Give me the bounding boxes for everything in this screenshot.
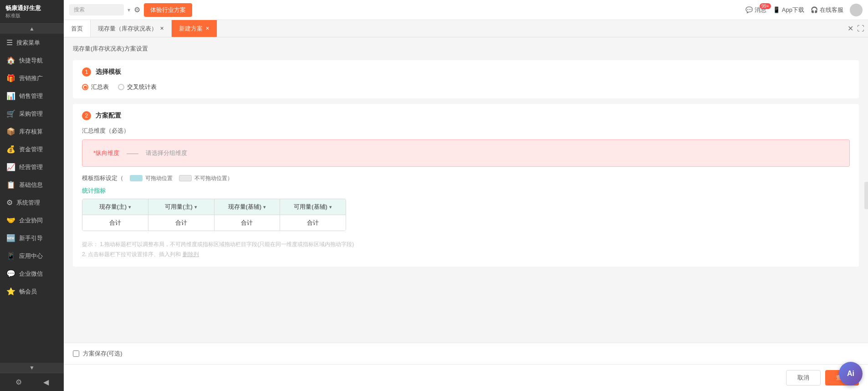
tab-home[interactable]: 首页 bbox=[64, 20, 91, 37]
stats-col-2-chevron[interactable]: ▾ bbox=[263, 204, 266, 210]
sidebar-bottom: ⚙ ◀ bbox=[0, 373, 64, 391]
draggable-legend-box bbox=[130, 175, 143, 181]
trial-btn[interactable]: 体验行业方案 bbox=[144, 3, 192, 17]
stats-col-2-header[interactable]: 现存量(基辅) ▾ bbox=[214, 199, 280, 215]
stats-table: 现存量(主) ▾ 合计 可用量(主) ▾ 合计 bbox=[82, 199, 346, 231]
sidebar-item-quick-nav[interactable]: 🏠 快捷导航 bbox=[0, 51, 64, 69]
sidebar-item-label: 营销推广 bbox=[19, 74, 43, 82]
radio-cross-circle bbox=[118, 84, 124, 90]
tip2-link[interactable]: 删除列 bbox=[183, 251, 199, 257]
collapse-icon[interactable]: ◀ bbox=[43, 378, 49, 386]
stats-col-1-body: 合计 bbox=[148, 215, 214, 231]
stats-col-3-header[interactable]: 可用量(基辅) ▾ bbox=[280, 199, 346, 215]
plan-save-label: 方案保存(可选) bbox=[83, 350, 123, 358]
sidebar-scroll-up[interactable]: ▲ bbox=[0, 24, 64, 34]
expand-window-icon[interactable]: ⛶ bbox=[857, 25, 864, 33]
step2-title: 方案配置 bbox=[96, 112, 121, 120]
step1-title: 选择模板 bbox=[96, 68, 121, 76]
sidebar-item-member[interactable]: ⭐ 畅会员 bbox=[0, 283, 64, 300]
service-icon: 🎧 bbox=[811, 6, 818, 13]
tab-new-plan-label: 新建方案 bbox=[179, 25, 203, 33]
sidebar-item-app-center[interactable]: 📱 应用中心 bbox=[0, 247, 64, 265]
sidebar-item-label: 库存核算 bbox=[19, 128, 43, 136]
sidebar-item-new-guide[interactable]: 🆕 新手引导 bbox=[0, 229, 64, 247]
gear-icon[interactable]: ⚙ bbox=[134, 5, 140, 14]
right-edge-handle[interactable] bbox=[864, 182, 868, 209]
sidebar-item-label: 快捷导航 bbox=[19, 57, 43, 65]
sidebar-item-search-menu[interactable]: ☰ 搜索菜单 bbox=[0, 34, 64, 51]
tab-new-plan-close[interactable]: ✕ bbox=[205, 26, 209, 31]
stats-col-2-body: 合计 bbox=[214, 215, 280, 231]
sidebar-item-label: 资金管理 bbox=[19, 145, 43, 154]
tab-new-plan[interactable]: 新建方案 ✕ bbox=[172, 20, 217, 37]
online-service-btn[interactable]: 🎧 在线客服 bbox=[811, 6, 843, 14]
ai-fab-button[interactable]: Ai bbox=[839, 362, 863, 386]
radio-cross[interactable]: 交叉统计表 bbox=[118, 83, 157, 91]
stats-table-header: 现存量(主) ▾ 合计 可用量(主) ▾ 合计 bbox=[82, 199, 346, 231]
stats-col-0-chevron[interactable]: ▾ bbox=[128, 204, 131, 210]
legend-draggable: 可拖动位置 bbox=[130, 175, 173, 182]
stats-col-1-header[interactable]: 可用量(主) ▾ bbox=[148, 199, 214, 215]
radio-summary-label: 汇总表 bbox=[91, 83, 109, 91]
footer-section: 方案保存(可选) bbox=[64, 343, 868, 364]
quick-nav-icon: 🏠 bbox=[6, 56, 15, 65]
legend-non-draggable-label: 不可拖动位置） bbox=[194, 175, 233, 182]
sidebar-logo: 畅康通好生意 标准版 bbox=[0, 0, 64, 24]
sidebar-item-enterprise[interactable]: 🤝 企业协同 bbox=[0, 211, 64, 229]
stats-col-2-header-label: 现存量(基辅) bbox=[228, 203, 262, 211]
message-badge: 99+ bbox=[760, 3, 771, 9]
main-area: 搜索 ▾ ⚙ 体验行业方案 💬 消息 99+ 📱 App下载 🎧 在线客服 首页 bbox=[64, 0, 868, 391]
sidebar-item-operations[interactable]: 📈 经营管理 bbox=[0, 158, 64, 176]
sidebar-item-label: 搜索菜单 bbox=[16, 39, 40, 47]
plan-save-checkbox[interactable] bbox=[73, 350, 79, 357]
topbar-search[interactable]: 搜索 bbox=[69, 4, 124, 15]
radio-summary[interactable]: 汇总表 bbox=[82, 83, 109, 91]
sales-icon: 📊 bbox=[6, 92, 15, 100]
stats-col-0-header[interactable]: 现存量(主) ▾ bbox=[82, 199, 148, 215]
cancel-button[interactable]: 取消 bbox=[786, 370, 821, 386]
tab-inventory-status-label: 现存量（库存状况表） bbox=[98, 25, 157, 33]
non-draggable-legend-box bbox=[179, 175, 192, 181]
avatar[interactable] bbox=[850, 4, 863, 16]
stats-col-3-header-label: 可用量(基辅) bbox=[294, 203, 327, 211]
sidebar-scroll-down[interactable]: ▼ bbox=[0, 363, 64, 373]
app-download-btn[interactable]: 📱 App下载 bbox=[773, 6, 804, 14]
tab-home-label: 首页 bbox=[71, 25, 83, 33]
sidebar-item-inventory[interactable]: 📦 库存核算 bbox=[0, 123, 64, 140]
sidebar-item-enterprise-wechat[interactable]: 💬 企业微信 bbox=[0, 265, 64, 283]
stats-col-1-chevron[interactable]: ▾ bbox=[194, 204, 197, 210]
sidebar-item-sales[interactable]: 📊 销售管理 bbox=[0, 87, 64, 105]
close-window-icon[interactable]: ✕ bbox=[848, 24, 853, 33]
legend-draggable-label: 可拖动位置 bbox=[145, 175, 173, 182]
purchase-icon: 🛒 bbox=[6, 109, 15, 118]
tabbar-actions: ✕ ⛶ bbox=[848, 24, 868, 33]
stats-col-3: 可用量(基辅) ▾ 合计 bbox=[280, 199, 346, 231]
app-center-icon: 📱 bbox=[6, 252, 15, 260]
chevron-down-icon[interactable]: ▾ bbox=[128, 7, 130, 13]
message-btn[interactable]: 💬 消息 99+ bbox=[745, 6, 766, 14]
basic-info-icon: 📋 bbox=[6, 180, 15, 189]
enterprise-wechat-icon: 💬 bbox=[6, 269, 15, 278]
stats-col-3-chevron[interactable]: ▾ bbox=[329, 204, 332, 210]
sidebar-item-label: 采购管理 bbox=[19, 110, 43, 118]
sidebar-item-system[interactable]: ⚙ 系统管理 bbox=[0, 194, 64, 211]
template-radio-group: 汇总表 交叉统计表 bbox=[82, 83, 850, 91]
stats-col-1-header-label: 可用量(主) bbox=[165, 203, 193, 211]
sidebar-item-marketing[interactable]: 🎁 营销推广 bbox=[0, 69, 64, 87]
dimension-row[interactable]: *纵向维度 —— 请选择分组维度 bbox=[82, 139, 850, 167]
tab-inventory-status[interactable]: 现存量（库存状况表） ✕ bbox=[91, 20, 172, 37]
tab-inventory-status-close[interactable]: ✕ bbox=[160, 26, 164, 31]
stats-title: 统计指标 bbox=[82, 187, 850, 195]
tip-label: 提示： bbox=[82, 241, 98, 247]
sidebar-logo-title: 畅康通好生意 bbox=[5, 5, 58, 12]
action-bar: 取消 查询 bbox=[64, 364, 868, 391]
app-download-icon: 📱 bbox=[773, 6, 780, 13]
sidebar-item-finance[interactable]: 💰 资金管理 bbox=[0, 140, 64, 158]
search-menu-icon: ☰ bbox=[6, 38, 13, 47]
sidebar-item-purchase[interactable]: 🛒 采购管理 bbox=[0, 105, 64, 123]
settings-icon[interactable]: ⚙ bbox=[15, 378, 22, 386]
dimension-placeholder: 请选择分组维度 bbox=[146, 149, 187, 157]
sidebar-item-basic-info[interactable]: 📋 基础信息 bbox=[0, 176, 64, 194]
tip2: 2. 点击标题栏下拉可设置排序、插入列和 删除列 bbox=[82, 250, 850, 260]
inventory-icon: 📦 bbox=[6, 127, 15, 136]
